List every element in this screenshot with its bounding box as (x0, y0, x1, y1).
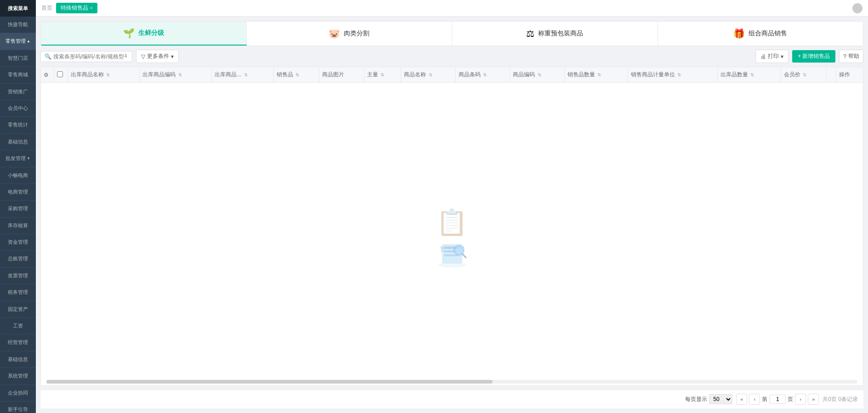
col-weight-sort: ⇅ (380, 72, 384, 77)
sidebar-item-beginner[interactable]: 新手引导 (0, 402, 36, 413)
sidebar-item-retail-stats[interactable]: 零售统计 (0, 117, 36, 133)
sidebar-item-sys-mgmt[interactable]: 系统管理 (0, 368, 36, 384)
prev-page-button[interactable]: ‹ (749, 394, 760, 405)
col-checkbox[interactable] (54, 67, 68, 83)
sidebar-item-basic-info[interactable]: 基础信息 (0, 134, 36, 150)
empty-illustration (434, 207, 471, 240)
sidebar-item-marketing[interactable]: 营销推广 (0, 84, 36, 100)
col-sale-unit-label: 销售商品计量单位 (631, 71, 675, 78)
horizontal-scrollbar[interactable] (46, 380, 857, 384)
print-icon: 🖨 (760, 53, 766, 60)
empty-state: 暂无数据 (41, 83, 863, 378)
col-weight-label: 主量 (367, 71, 378, 78)
col-sale-item-label: 销售品 (277, 71, 293, 78)
col-operate: 操作 (836, 67, 863, 83)
col-sale-item-sort: ⇅ (295, 72, 299, 77)
sidebar-item-invoice-mgmt[interactable]: 发票管理 (0, 268, 36, 284)
search-box[interactable]: 🔍 (40, 51, 132, 62)
sidebar-item-fixed-assets[interactable]: 固定资产 (0, 301, 36, 318)
sidebar-item-member-center[interactable]: 会员中心 (0, 100, 36, 117)
col-goods-img-label: 商品图片 (322, 71, 344, 78)
per-page-select[interactable]: 10 20 50 100 (709, 394, 732, 404)
toolbar: 🔍 ▽ 更多条件 ▾ 🖨 打印 ▾ + 新增销售品 ? 帮助 (40, 50, 863, 63)
col-goods-name-sort: ⇅ (429, 72, 432, 77)
select-all-checkbox[interactable] (57, 71, 63, 77)
sidebar-item-inventory[interactable]: 库存核算 (0, 218, 36, 234)
tab-meat-division[interactable]: 🐷 肉类分割 (247, 22, 453, 46)
page-number-input[interactable] (769, 395, 786, 404)
data-table: ⚙ 出库商品名称 ⇅ 出库商品编码 ⇅ 出库商品 (41, 67, 863, 83)
col-settings[interactable]: ⚙ (41, 67, 54, 83)
current-tab-label: 特殊销售品 (61, 4, 88, 12)
breadcrumb-home[interactable]: 首页 (41, 4, 52, 12)
svg-point-6 (455, 247, 463, 254)
add-label: + 新增销售品 (798, 52, 830, 60)
sidebar-item-salary[interactable]: 工资 (0, 318, 36, 334)
sidebar-item-basic-info2[interactable]: 基础信息 (0, 351, 36, 368)
sidebar-item-ecom-mgmt[interactable]: 电商管理 (0, 184, 36, 201)
fresh-grade-icon: 🌱 (123, 28, 135, 39)
sidebar-item-tax-mgmt[interactable]: 税务管理 (0, 284, 36, 301)
toolbar-right: 🖨 打印 ▾ + 新增销售品 ? 帮助 (755, 50, 863, 63)
col-goods-code[interactable]: 商品编码 ⇅ (510, 67, 565, 83)
tab-weight-pack[interactable]: ⚖ 称重预包装商品 (452, 22, 658, 46)
next-page-button[interactable]: › (795, 394, 806, 405)
sidebar-item-purchase-mgmt[interactable]: 采购管理 (0, 201, 36, 217)
current-tab-tag[interactable]: 特殊销售品 × (56, 3, 97, 13)
sidebar-item-retail-mgmt[interactable]: 零售管理 ▲ (0, 33, 36, 50)
col-out-name[interactable]: 出库商品名称 ⇅ (68, 67, 140, 83)
tab-combo-sale[interactable]: 🎁 组合商品销售 (658, 22, 863, 46)
first-page-button[interactable]: « (736, 394, 747, 405)
filter-arrow: ▾ (171, 53, 174, 60)
col-out-item[interactable]: 出库商品... ⇅ (212, 67, 274, 83)
print-button[interactable]: 🖨 打印 ▾ (755, 50, 789, 63)
last-page-button[interactable]: » (808, 394, 819, 405)
sidebar-item-mini-ecom[interactable]: 小畅电商 (0, 167, 36, 184)
sidebar-item-finance[interactable]: 资金管理 (0, 234, 36, 251)
sidebar-item-smart-store[interactable]: 智慧门店 (0, 50, 36, 67)
user-avatar[interactable] (852, 3, 862, 13)
page-unit: 页 (788, 396, 793, 403)
add-sale-button[interactable]: + 新增销售品 (792, 50, 835, 63)
sidebar-item-quick-nav[interactable]: 快捷导航 (0, 17, 36, 33)
main-content: 首页 特殊销售品 × 🌱 生鲜分级 🐷 肉类分割 ⚖ 称重预包装商品 (36, 0, 868, 413)
col-goods-name[interactable]: 商品名称 ⇅ (401, 67, 456, 83)
col-member-price[interactable]: 会员价 ⇅ (781, 67, 826, 83)
filter-button[interactable]: ▽ 更多条件 ▾ (136, 50, 179, 63)
search-icon: 🔍 (45, 53, 51, 60)
sidebar-item-wholesale-mgmt[interactable]: 批发管理 ▼ (0, 150, 36, 167)
col-sale-item[interactable]: 销售品 ⇅ (274, 67, 319, 83)
col-sale-unit-sort: ⇅ (677, 72, 681, 77)
sidebar-item-enterprise[interactable]: 企业协同 (0, 385, 36, 402)
empty-svg (434, 237, 471, 270)
sidebar: 搜索菜单 快捷导航 零售管理 ▲ 智慧门店 零售商城 营销推广 会员中心 零售统… (0, 0, 36, 413)
tab-fresh-grade[interactable]: 🌱 生鲜分级 (41, 22, 247, 46)
topbar: 首页 特殊销售品 × (36, 0, 868, 17)
sidebar-item-general-ledger[interactable]: 总账管理 (0, 251, 36, 267)
col-goods-barcode[interactable]: 商品条码 ⇅ (455, 67, 510, 83)
col-out-code[interactable]: 出库商品编码 ⇅ (140, 67, 212, 83)
col-sale-qty[interactable]: 销售品数量 ⇅ (565, 67, 628, 83)
fresh-grade-label: 生鲜分级 (138, 29, 164, 37)
col-weight[interactable]: 主量 ⇅ (364, 67, 401, 83)
col-member-price-sort: ⇅ (803, 72, 806, 77)
col-goods-barcode-label: 商品条码 (459, 71, 481, 78)
filter-label: 更多条件 (147, 52, 169, 60)
sidebar-item-retail-mall[interactable]: 零售商城 (0, 67, 36, 83)
meat-division-label: 肉类分割 (344, 29, 369, 38)
col-goods-barcode-sort: ⇅ (483, 72, 487, 77)
retail-mgmt-arrow: ▲ (27, 39, 30, 44)
sidebar-logo[interactable]: 搜索菜单 (0, 0, 36, 17)
col-out-qty[interactable]: 出库品数量 ⇅ (718, 67, 781, 83)
search-input[interactable] (53, 53, 127, 60)
help-button[interactable]: ? 帮助 (839, 50, 863, 63)
combo-sale-icon: 🎁 (733, 28, 745, 39)
combo-sale-label: 组合商品销售 (749, 29, 787, 38)
col-out-name-sort: ⇅ (106, 72, 110, 77)
close-tab-icon[interactable]: × (90, 6, 93, 11)
col-sale-unit[interactable]: 销售商品计量单位 ⇅ (628, 67, 717, 83)
data-table-container: ⚙ 出库商品名称 ⇅ 出库商品编码 ⇅ 出库商品 (40, 67, 863, 386)
scroll-thumb[interactable] (46, 380, 493, 384)
weight-pack-label: 称重预包装商品 (538, 29, 583, 38)
sidebar-item-ops-mgmt[interactable]: 经营管理 (0, 334, 36, 351)
